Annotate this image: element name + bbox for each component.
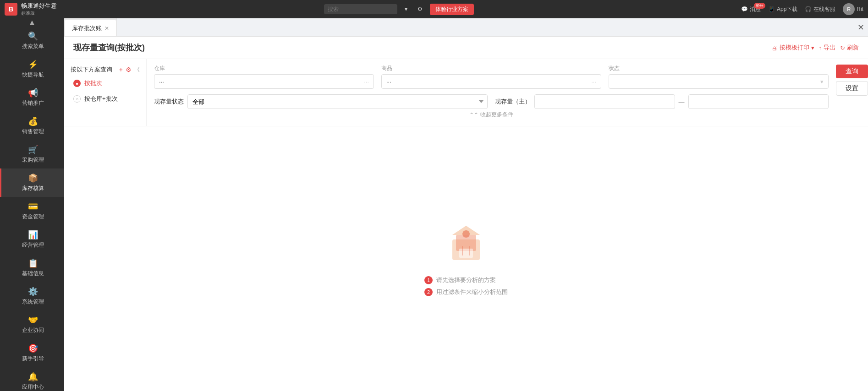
scheme-item-warehouse-batch[interactable]: ○ 按仓库+批次 xyxy=(64,91,146,107)
scheme-items: ● 按批次 ○ 按仓库+批次 xyxy=(64,76,146,107)
search-icon: 🔍 xyxy=(28,31,38,41)
sales-icon: 💰 xyxy=(28,116,38,126)
sidebar-item-inventory[interactable]: 📦 库存核算 xyxy=(0,168,64,197)
tab-inventory-batch[interactable]: 库存批次账✕ xyxy=(64,20,117,36)
scheme-settings-btn[interactable]: ⚙ xyxy=(126,66,132,73)
warehouse-input[interactable]: ··· ··· xyxy=(154,74,374,89)
sidebar-label-sales: 销售管理 xyxy=(22,128,44,136)
system-icon: ⚙️ xyxy=(28,287,38,297)
collapse-label: 收起更多条件 xyxy=(480,111,513,119)
tab-bar-right: ✕ xyxy=(857,18,868,37)
message-icon: 💬 xyxy=(741,6,748,12)
user-menu[interactable]: R Rit xyxy=(843,3,863,15)
inventory-qty-max[interactable] xyxy=(688,94,829,109)
sidebar-item-operation[interactable]: 📊 经营管理 xyxy=(0,225,64,254)
dropdown-btn[interactable]: ▾ xyxy=(402,5,410,13)
close-panel-btn[interactable]: ✕ xyxy=(857,22,864,33)
empty-state: 1 请先选择要分析的方案 2 用过滤条件来缩小分析范围 xyxy=(64,126,868,391)
filter-right: 仓库 ··· ··· 商品 ··· ··· xyxy=(147,59,868,126)
page-title-bar: 现存量查询(按批次) 🖨 按模板打印 ▾ ↑ 导出 ↻ 刷新 xyxy=(64,37,868,59)
sidebar-item-enterprise[interactable]: 🤝 企业协同 xyxy=(0,310,64,339)
header-left: B 畅康通好生意 标准版 xyxy=(5,2,57,16)
sidebar-label-finance: 资金管理 xyxy=(22,213,44,221)
scroll-up-btn[interactable]: ▲ xyxy=(0,18,64,27)
status-chevron-icon: ▾ xyxy=(820,78,824,85)
marketing-icon: 📢 xyxy=(28,88,38,98)
qty-dash: — xyxy=(679,98,685,105)
scheme-panel-actions: + ⚙ 《 xyxy=(119,66,140,74)
scheme-item-batch[interactable]: ● 按批次 xyxy=(64,76,146,91)
trial-btn[interactable]: 体验行业方案 xyxy=(430,4,474,15)
sidebar-label-marketing: 营销推广 xyxy=(22,99,44,107)
product-field: 商品 ··· ··· xyxy=(381,65,601,89)
product-label: 商品 xyxy=(381,65,601,72)
tab-label-inventory-batch: 库存批次账 xyxy=(72,24,102,33)
empty-tip-2: 2 用过滤条件来缩小分析范围 xyxy=(424,288,508,296)
sidebar-label-inventory: 库存核算 xyxy=(22,185,44,192)
tip-num-2: 2 xyxy=(424,288,433,296)
collapse-row[interactable]: ⌃⌃ 收起更多条件 xyxy=(154,109,829,120)
scheme-add-btn[interactable]: + xyxy=(119,66,123,73)
operation-icon: 📊 xyxy=(28,230,38,240)
refresh-btn[interactable]: ↻ 刷新 xyxy=(840,43,859,52)
warehouse-expand-icon: ··· xyxy=(364,78,369,85)
refresh-label: 刷新 xyxy=(847,43,859,52)
tip-num-1: 1 xyxy=(424,276,433,284)
scheme-dot-batch: ● xyxy=(73,80,81,87)
sidebar-item-finance[interactable]: 💳 资金管理 xyxy=(0,197,64,225)
scheme-collapse-btn[interactable]: 《 xyxy=(134,66,140,74)
sidebar-label-purchase: 采购管理 xyxy=(22,156,44,164)
title-actions: 🖨 按模板打印 ▾ ↑ 导出 ↻ 刷新 xyxy=(772,43,859,52)
sidebar-item-purchase[interactable]: 🛒 采购管理 xyxy=(0,140,64,168)
filter-row-1: 仓库 ··· ··· 商品 ··· ··· xyxy=(154,65,829,89)
sidebar-label-operation: 经营管理 xyxy=(22,241,44,249)
sidebar-item-appstore[interactable]: 🔔 应用中心 xyxy=(0,367,64,391)
chevron-up-icon: ⌃⌃ xyxy=(469,112,478,118)
product-input[interactable]: ··· ··· xyxy=(381,74,601,89)
export-icon: ↑ xyxy=(819,44,822,51)
tab-close-inventory-batch[interactable]: ✕ xyxy=(104,26,109,31)
avatar: R xyxy=(843,3,855,15)
shortcut-icon: ⚡ xyxy=(28,60,38,70)
header-center: ▾ ⚙ 体验行业方案 xyxy=(324,4,474,15)
tip-text-1: 请先选择要分析的方案 xyxy=(436,276,496,284)
filter-settings-btn[interactable]: 设置 xyxy=(836,81,868,96)
appstore-icon: 🔔 xyxy=(28,372,38,382)
scheme-panel-title-label: 按以下方案查询 xyxy=(71,65,112,74)
inventory-qty-min[interactable] xyxy=(534,94,675,109)
print-icon: 🖨 xyxy=(772,44,778,51)
sidebar-label-basic: 基础信息 xyxy=(22,270,44,277)
filter-section: 按以下方案查询 + ⚙ 《 ● 按批次 ○ 按仓库+批次 xyxy=(64,59,868,126)
service-icon: 🎧 xyxy=(805,6,812,12)
svg-rect-4 xyxy=(459,249,473,258)
page-content: 现存量查询(按批次) 🖨 按模板打印 ▾ ↑ 导出 ↻ 刷新 xyxy=(64,37,868,391)
app-logo: B xyxy=(5,3,17,16)
scheme-dot-warehouse-batch: ○ xyxy=(73,95,81,103)
warehouse-label: 仓库 xyxy=(154,65,374,72)
query-btn[interactable]: 查询 xyxy=(836,65,868,78)
settings-btn[interactable]: ⚙ xyxy=(415,5,425,13)
sidebar-item-search[interactable]: 🔍 搜索菜单 xyxy=(0,27,64,55)
print-dropdown-icon: ▾ xyxy=(811,44,814,51)
sidebar-items: 🔍 搜索菜单 ⚡ 快捷导航 📢 营销推广 💰 销售管理 🛒 采购管理 📦 库存核… xyxy=(0,27,64,391)
download-icon: 📱 xyxy=(768,6,775,12)
messages-btn[interactable]: 💬 消息 99+ xyxy=(741,5,761,13)
app-name: 畅康通好生意 xyxy=(21,2,57,10)
sidebar-item-system[interactable]: ⚙️ 系统管理 xyxy=(0,282,64,310)
app-download-btn[interactable]: 📱 App下载 xyxy=(768,5,797,13)
status-input[interactable]: ▾ xyxy=(609,74,829,89)
search-input[interactable] xyxy=(324,4,397,14)
print-btn[interactable]: 🖨 按模板打印 ▾ xyxy=(772,43,814,52)
sidebar: ▲ 🔍 搜索菜单 ⚡ 快捷导航 📢 营销推广 💰 销售管理 🛒 采购管理 📦 库… xyxy=(0,18,64,391)
finance-icon: 💳 xyxy=(28,201,38,212)
export-btn[interactable]: ↑ 导出 xyxy=(819,43,836,52)
sidebar-item-guide[interactable]: 🎯 新手引导 xyxy=(0,339,64,367)
sidebar-item-shortcut[interactable]: ⚡ 快捷导航 xyxy=(0,55,64,83)
sidebar-item-basic[interactable]: 📋 基础信息 xyxy=(0,254,64,282)
inventory-status-select[interactable]: 全部 xyxy=(187,94,488,109)
inventory-status-label: 现存量状态 xyxy=(154,98,184,106)
sidebar-item-sales[interactable]: 💰 销售管理 xyxy=(0,112,64,140)
sidebar-item-marketing[interactable]: 📢 营销推广 xyxy=(0,83,64,112)
online-service-btn[interactable]: 🎧 在线客服 xyxy=(805,5,835,13)
content-area: 首页库存批次账✕ ✕ 现存量查询(按批次) 🖨 按模板打印 ▾ ↑ 导出 xyxy=(64,18,868,391)
